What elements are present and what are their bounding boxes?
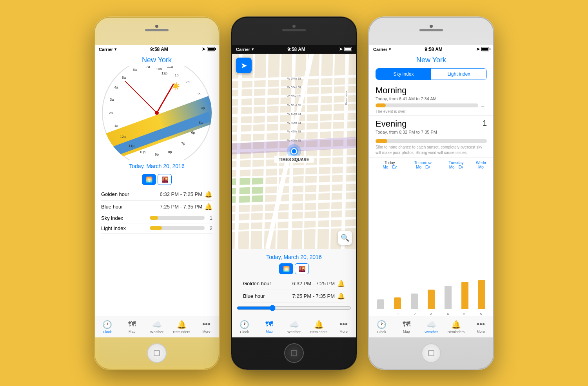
sunrise-btn[interactable]: 🌅 <box>142 174 156 185</box>
x-label-4: 4 <box>439 312 456 316</box>
tab-more-2[interactable]: ••• More <box>331 320 356 333</box>
time-1: 9:58 AM <box>150 47 168 52</box>
tab-more-3[interactable]: ••• More <box>468 320 493 333</box>
home-button-inner-2 <box>291 350 297 356</box>
map-golden-label: Golden hour <box>243 281 271 286</box>
tab-map-1[interactable]: 🗺 Map <box>120 320 144 333</box>
label-3a: 3a <box>110 98 114 101</box>
weather-content: New York Sky index Light index Morning T… <box>369 54 493 316</box>
tab-map-2[interactable]: 🗺 Map <box>257 320 281 333</box>
label-6a: 6a <box>133 68 137 72</box>
map-sunrise-btn[interactable]: 🌅 <box>279 263 293 274</box>
screen-1: Carrier ▾ 9:58 AM ➤ New York <box>95 45 219 337</box>
map-bell-golden[interactable]: 🔔 <box>337 280 345 287</box>
bell-blue[interactable]: 🔔 <box>205 203 212 210</box>
label-9p: 9p <box>155 152 159 156</box>
weather-icon-2: ☁️ <box>289 320 299 329</box>
tab-reminders-label-3: Reminders <box>447 330 465 334</box>
tab-weather-3[interactable]: ☁️ Weather <box>419 320 443 334</box>
map-blue-label: Blue hour <box>243 293 265 299</box>
map-golden-value: 6:32 PM - 7:25 PM 🔔 <box>292 280 345 287</box>
wedn-header: Wedn Mo <box>473 161 489 169</box>
forecast-section: Today Mo Ev Tomorrow Mo Ev <box>369 157 493 316</box>
wifi-icon-3: ▾ <box>389 47 391 51</box>
map-blue-row: Blue hour 7:25 PM - 7:35 PM 🔔 <box>243 290 345 303</box>
col-today-mo <box>373 299 388 309</box>
time-slider[interactable] <box>237 305 351 311</box>
tab-more-label-3: More <box>477 330 485 333</box>
wedn-subs: Mo <box>473 165 489 169</box>
svg-text:Broadway: Broadway <box>345 91 348 105</box>
tab-more-1[interactable]: ••• More <box>194 320 219 333</box>
speaker-1 <box>145 29 169 31</box>
svg-text:W 49th St: W 49th St <box>287 121 301 124</box>
location-arrow-icon: ➤ <box>241 61 247 70</box>
tab-reminders-label-2: Reminders <box>310 330 327 334</box>
map-blue-value: 7:25 PM - 7:35 PM 🔔 <box>292 292 345 300</box>
map-search-btn[interactable]: 🔍 <box>338 231 352 245</box>
tab-reminders-1[interactable]: 🔔 Reminders <box>169 320 194 334</box>
clock-icon-1: 🕐 <box>102 320 112 329</box>
home-button-3[interactable] <box>421 343 441 363</box>
seg-light-btn[interactable]: Light index <box>431 69 486 80</box>
tab-map-label-1: Map <box>129 330 136 333</box>
tab-reminders-2[interactable]: 🔔 Reminders <box>307 320 331 334</box>
label-1p: 1p <box>174 73 178 77</box>
map-sunset-btn[interactable]: 🌇 <box>295 263 309 274</box>
label-12a: 12a <box>120 135 126 139</box>
status-bar-1: Carrier ▾ 9:58 AM ➤ <box>95 45 219 54</box>
home-button-1[interactable] <box>147 343 167 363</box>
light-index-label: Light index <box>101 225 126 231</box>
seg-control[interactable]: Sky index Light index <box>376 68 487 80</box>
tab-weather-2[interactable]: ☁️ Weather <box>281 320 306 334</box>
evening-subtitle: Today, from 6:32 PM to 7:35 PM <box>376 130 437 134</box>
x-label-5b: 5 <box>473 312 489 316</box>
light-index-num: 2 <box>207 225 212 231</box>
bar-chart <box>373 171 489 311</box>
label-3p: 3p <box>196 92 200 96</box>
reminders-icon-3: 🔔 <box>451 320 461 329</box>
label-11a: 11a <box>167 66 173 69</box>
clock-content: New York 12p 1p 2p 3p 4p 5a 6p <box>95 54 219 316</box>
light-index-bar-bg <box>150 226 205 230</box>
map-bottom-panel: Today, March 20, 2016 🌅 🌇 Golden hour 6:… <box>232 249 356 316</box>
tab-clock-2[interactable]: 🕐 Clock <box>232 320 257 334</box>
morning-title: Morning <box>376 85 487 96</box>
light-index-bar-wrapper: 2 <box>150 225 212 231</box>
tab-clock-1[interactable]: 🕐 Clock <box>95 320 120 334</box>
location-icon-2: ➤ <box>339 47 343 52</box>
label-10p: 10p <box>140 150 145 154</box>
tab-reminders-3[interactable]: 🔔 Reminders <box>444 320 468 334</box>
tab-weather-label-3: Weather <box>425 330 438 334</box>
bar-wedn-mo <box>478 280 485 309</box>
clock-icon-2: 🕐 <box>240 320 249 329</box>
tab-more-label-2: More <box>339 330 348 333</box>
sunset-btn[interactable]: 🌇 <box>158 174 172 185</box>
wedn-label: Wedn <box>473 161 489 165</box>
toggle-buttons-1[interactable]: 🌅 🌇 <box>95 174 219 185</box>
status-bar-2: Carrier ▾ 9:58 AM ➤ <box>232 45 356 54</box>
phone-1: Carrier ▾ 9:58 AM ➤ New York <box>94 17 220 370</box>
seg-sky-btn[interactable]: Sky index <box>376 69 431 80</box>
toggle-buttons-2[interactable]: 🌅 🌇 <box>237 263 351 274</box>
svg-text:TIMES SQUARE: TIMES SQUARE <box>279 157 309 161</box>
today-label: Today <box>373 161 407 165</box>
bell-golden[interactable]: 🔔 <box>205 190 212 198</box>
status-left-3: Carrier ▾ <box>373 47 391 52</box>
sky-index-row: Sky index 1 <box>101 213 212 223</box>
label-2p: 2p <box>185 80 189 84</box>
tab-clock-3[interactable]: 🕐 Clock <box>369 320 394 334</box>
hour-hand <box>156 83 174 113</box>
reminders-icon-1: 🔔 <box>177 320 187 329</box>
map-info-rows: Golden hour 6:32 PM - 7:25 PM 🔔 Blue hou… <box>237 277 351 303</box>
map-bell-blue[interactable]: 🔔 <box>337 292 345 300</box>
morning-bar-wrapper <box>376 103 478 109</box>
wedn-mo: Mo <box>478 165 484 169</box>
tuesday-header: Tuesday Mo Ev <box>439 161 473 169</box>
location-btn[interactable]: ➤ <box>236 58 252 73</box>
tab-weather-1[interactable]: ☁️ Weather <box>144 320 169 334</box>
map-icon-1: 🗺 <box>128 320 136 329</box>
home-button-2[interactable] <box>284 343 304 363</box>
golden-label: Golden hour <box>101 191 129 197</box>
tab-map-3[interactable]: 🗺 Map <box>394 320 419 333</box>
